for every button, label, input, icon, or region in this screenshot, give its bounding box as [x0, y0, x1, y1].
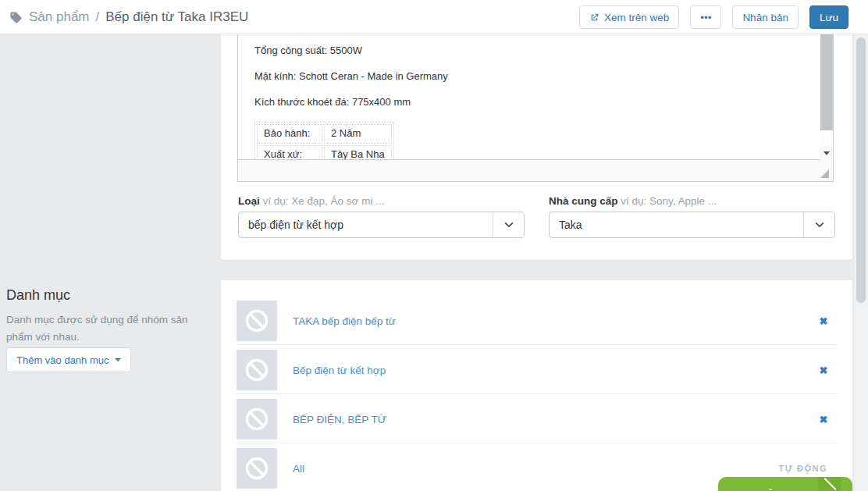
product-edit-screen: Sản phẩm / Bếp điện từ Taka IR3EU Xem tr… — [0, 0, 868, 491]
breadcrumb-link-products[interactable]: Sản phẩm — [29, 9, 90, 25]
more-actions-button[interactable]: ••• — [690, 5, 721, 29]
collections-card — [221, 280, 852, 491]
type-field-label: Loại ví dụ: Xe đạp, Áo sơ mi ... — [238, 195, 384, 207]
no-entry-icon — [245, 457, 269, 480]
breadcrumb-separator: / — [96, 9, 100, 25]
remove-collection-button[interactable]: ✖ — [816, 315, 831, 327]
description-paragraph: Kích thước khoét đá: 775x400 mm — [254, 96, 799, 109]
collection-link[interactable]: BẾP ĐIỆN, BẾP TỪ — [293, 414, 386, 425]
type-select — [238, 212, 525, 238]
tag-icon — [9, 11, 23, 24]
remove-collection-button[interactable]: ✖ — [816, 414, 831, 425]
spec-label: Xuất xứ: — [257, 145, 322, 160]
type-label-text: Loại — [238, 195, 260, 207]
page-scrollbar[interactable] — [855, 34, 868, 491]
page-scrollbar-thumb[interactable] — [856, 37, 866, 303]
vendor-label-text: Nhà cung cấp — [549, 195, 618, 207]
editor-scrollbar[interactable] — [820, 34, 833, 160]
chat-widget-text-peek: ~ — [768, 486, 772, 491]
editor-statusbar — [237, 160, 834, 182]
page-title: Bếp điện từ Taka IR3EU — [105, 9, 248, 25]
no-entry-icon — [245, 309, 269, 333]
external-link-icon — [589, 12, 599, 23]
resize-grip-icon[interactable] — [820, 169, 829, 178]
collection-thumbnail — [237, 301, 277, 341]
editor-scrollbar-thumb[interactable] — [820, 34, 833, 130]
vendor-input[interactable] — [550, 212, 803, 237]
vendor-select-caret[interactable] — [803, 212, 834, 237]
collection-link[interactable]: TAKA bếp điện bếp từ — [293, 315, 396, 327]
no-entry-icon — [245, 407, 269, 431]
vendor-label-hint: ví dụ: Sony, Apple ... — [621, 195, 717, 207]
add-to-collection-label: Thêm vào danh mục — [16, 354, 109, 366]
spec-value: 2 Năm — [324, 124, 392, 144]
chat-widget-button[interactable]: ~ — [718, 477, 852, 491]
collections-section-description: Danh mục được sử dụng để nhóm sản phẩm v… — [6, 311, 212, 346]
row-divider — [237, 393, 837, 394]
save-button[interactable]: Lưu — [809, 5, 848, 29]
editor-scroll-down-button[interactable] — [820, 146, 833, 160]
collection-link[interactable]: All — [293, 463, 304, 475]
table-row: Xuất xứ: Tây Ba Nha — [257, 145, 392, 160]
type-input[interactable] — [239, 212, 493, 237]
topbar: Sản phẩm / Bếp điện từ Taka IR3EU Xem tr… — [0, 0, 868, 34]
duplicate-button[interactable]: Nhân bản — [732, 5, 799, 29]
chevron-down-icon — [503, 219, 514, 230]
collection-link[interactable]: Bếp điện từ kết hợp — [293, 365, 386, 376]
row-divider — [237, 344, 837, 345]
view-on-web-button[interactable]: Xem trên web — [579, 5, 679, 29]
no-entry-icon — [245, 358, 269, 382]
vendor-select — [549, 212, 835, 238]
type-select-caret[interactable] — [493, 212, 524, 237]
remove-collection-button[interactable]: ✖ — [816, 365, 831, 376]
collection-thumbnail — [237, 350, 277, 390]
vendor-field-label: Nhà cung cấp ví dụ: Sony, Apple ... — [549, 195, 717, 207]
table-row: Bảo hành: 2 Năm — [257, 124, 392, 144]
spec-label: Bảo hành: — [257, 124, 322, 144]
collection-thumbnail — [237, 399, 277, 439]
collections-section-title: Danh mục — [6, 287, 70, 304]
spec-value: Tây Ba Nha — [324, 145, 392, 160]
spec-table: Bảo hành: 2 Năm Xuất xứ: Tây Ba Nha — [254, 122, 394, 160]
breadcrumb: Sản phẩm / Bếp điện từ Taka IR3EU — [9, 0, 248, 34]
caret-down-icon — [115, 358, 121, 361]
description-paragraph: Tổng công suất: 5500W — [254, 44, 799, 57]
row-divider — [237, 443, 837, 443]
topbar-actions: Xem trên web ••• Nhân bản Lưu — [579, 5, 848, 29]
auto-collection-badge: TỰ ĐỘNG — [779, 464, 827, 473]
description-content: Tổng công suất: 5500W Mặt kính: Schott C… — [254, 44, 799, 160]
collection-thumbnail — [237, 448, 277, 489]
type-label-hint: ví dụ: Xe đạp, Áo sơ mi ... — [263, 195, 385, 207]
add-to-collection-button[interactable]: Thêm vào danh mục — [6, 347, 131, 372]
description-paragraph: Mặt kính: Schott Ceran - Made in Germany — [254, 70, 799, 83]
arrow-down-icon — [824, 151, 830, 155]
chevron-down-icon — [814, 219, 825, 230]
view-on-web-label: Xem trên web — [604, 12, 669, 23]
